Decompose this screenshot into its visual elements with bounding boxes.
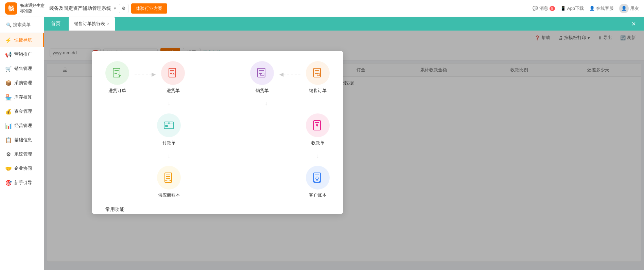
tab-sales-order[interactable]: 销售订单执行表 × [69,17,115,31]
wf-circle-receipt: ¥ [306,113,330,137]
purchase-icon: 📦 [5,80,12,86]
wf-node-sales-bill[interactable]: 销货单 [250,61,274,94]
wf-circle-sales-order [306,61,330,85]
system-title: 装备及固定资产辅助管理系统 [49,5,111,12]
workflow-diagram: 进货订单 ▶ [105,61,330,198]
wf-label-payment: 付款单 [162,140,176,146]
message-badge: 5 [550,6,555,11]
finance-icon: 💰 [5,108,12,114]
logo-area: 畅 畅康通好生意 标准版 [5,2,46,15]
user-area[interactable]: 👤 用友 [619,4,639,13]
wf-circle-supplier-ledger [157,166,181,190]
wf-node-sales-order[interactable]: 销售订单 [306,61,330,94]
app-label: App下载 [567,5,584,12]
wf-node-purchase-bill[interactable]: 进货单 [161,61,185,94]
tab-close-icon[interactable]: × [107,21,109,26]
svg-text:¥: ¥ [168,121,170,125]
sidebar-item-operations[interactable]: 📊 经营管理 [0,119,44,133]
workflow-arrows-row-2: ↓ ↓ [105,153,330,159]
svg-text:¥: ¥ [316,123,318,128]
wf-label-purchase-order: 进货订单 [108,88,126,94]
system-icon: ⚙ [5,151,12,157]
modal-box: 进货订单 ▶ [92,51,343,214]
wf-circle-purchase-order [105,61,129,85]
logo-text: 畅康通好生意 标准版 [20,3,45,14]
workflow-row-3: 供应商账本 客户账本 [105,166,330,198]
wf-label-sales-order: 销售订单 [309,88,327,94]
wf-circle-sales-bill [250,61,274,85]
finance-label: 资金管理 [14,108,32,114]
sidebar: 🔍 搜索菜单 ⚡ 快捷导航 📢 营销推广 🛒 销售管理 📦 [0,17,44,270]
logo-icon: 畅 [5,2,17,15]
message-button[interactable]: 💬 消息 5 [533,5,555,12]
user-name: 用友 [630,5,639,12]
experience-button[interactable]: 体验行业方案 [131,3,167,14]
wf-node-supplier-ledger[interactable]: 供应商账本 [157,166,181,198]
window-close-button[interactable]: ✕ [629,20,639,28]
sidebar-item-finance[interactable]: 💰 资金管理 [0,104,44,119]
logo-line2: 标准版 [20,8,45,14]
newbie-icon: 🎯 [5,180,12,186]
gear-button[interactable]: ⚙ [119,4,128,13]
wf-node-purchase-order[interactable]: 进货订单 [105,61,129,94]
tab-bar: 首页 销售订单执行表 × ✕ [44,17,644,31]
sidebar-item-purchase[interactable]: 📦 采购管理 [0,76,44,90]
operations-icon: 📊 [5,123,12,129]
tab-bar-right: ✕ [629,21,644,27]
sales-label: 销售管理 [14,66,32,72]
svg-rect-30 [314,173,320,182]
operations-label: 经营管理 [14,123,32,129]
basic-label: 基础信息 [14,137,32,143]
common-func-title: 常用功能 [105,206,330,213]
top-bar: 畅 畅康通好生意 标准版 装备及固定资产辅助管理系统 ▾ ⚙ 体验行业方案 💬 … [0,0,644,17]
newbie-label: 新手引导 [14,180,32,186]
quick-nav-icon: ⚡ [5,37,12,43]
message-label: 消息 [539,5,548,12]
app-download-button[interactable]: 📱 App下载 [560,5,584,12]
app-wrapper: 畅 畅康通好生意 标准版 装备及固定资产辅助管理系统 ▾ ⚙ 体验行业方案 💬 … [0,0,644,270]
common-functions-section: 常用功能 商品 往来单位 现存量(库存状况表) 现存量(库存分布表) 销售毛利分… [105,206,330,214]
sidebar-nav: ⚡ 快捷导航 📢 营销推广 🛒 销售管理 📦 采购管理 🏪 库存核算 [0,33,44,270]
search-label: 搜索菜单 [13,22,31,28]
wf-circle-payment: ¥ [157,113,181,137]
tab-home[interactable]: 首页 [44,17,67,31]
app-icon: 📱 [560,6,566,11]
search-icon: 🔍 [6,22,12,28]
marketing-icon: 📢 [5,51,12,57]
sidebar-item-basic[interactable]: 📋 基础信息 [0,133,44,147]
sidebar-item-system[interactable]: ⚙ 系统管理 [0,147,44,161]
enterprise-label: 企业协同 [14,165,32,172]
sidebar-item-marketing[interactable]: 📢 营销推广 [0,47,44,61]
sales-icon: 🛒 [5,66,12,72]
wf-label-supplier-ledger: 供应商账本 [158,192,180,198]
svg-rect-26 [165,173,172,182]
sidebar-item-sales[interactable]: 🛒 销售管理 [0,61,44,76]
basic-icon: 📋 [5,137,12,143]
top-right-area: 💬 消息 5 📱 App下载 👤 在线客服 👤 用友 [533,4,639,13]
wf-node-payment[interactable]: ¥ 付款单 [157,113,181,146]
inventory-icon: 🏪 [5,94,12,100]
sidebar-item-inventory[interactable]: 🏪 库存核算 [0,90,44,104]
wf-node-customer-ledger[interactable]: 客户账本 [306,166,330,198]
svg-rect-21 [165,125,168,127]
content-area: 首页 销售订单执行表 × ✕ ❓ 帮助 [44,17,644,270]
svg-point-32 [316,177,318,180]
sidebar-item-quick-nav[interactable]: ⚡ 快捷导航 [0,33,44,47]
service-label: 在线客服 [596,5,614,12]
sidebar-item-newbie[interactable]: 🎯 新手引导 [0,176,44,190]
wf-circle-purchase-bill [161,61,185,85]
system-label: 系统管理 [14,151,32,157]
sidebar-item-enterprise[interactable]: 🤝 企业协同 [0,161,44,176]
search-menu-button[interactable]: 🔍 搜索菜单 [3,20,40,29]
main-content: ❓ 帮助 🖨 按模板打印 ▾ ⬆ 导出 🔄 刷新 [44,31,644,270]
modal-overlay: 进货订单 ▶ [44,31,644,270]
main-area: 🔍 搜索菜单 ⚡ 快捷导航 📢 营销推广 🛒 销售管理 📦 [0,17,644,270]
sidebar-search[interactable]: 🔍 搜索菜单 [0,17,44,33]
service-icon: 👤 [589,6,595,11]
quick-nav-label: 快捷导航 [14,37,32,43]
arrow-left-1: ◀ [279,71,300,77]
dropdown-icon[interactable]: ▾ [114,6,116,11]
wf-node-receipt[interactable]: ¥ 收款单 [306,113,330,146]
online-service-button[interactable]: 👤 在线客服 [589,5,614,12]
workflow-row-1: 进货订单 ▶ [105,61,330,94]
